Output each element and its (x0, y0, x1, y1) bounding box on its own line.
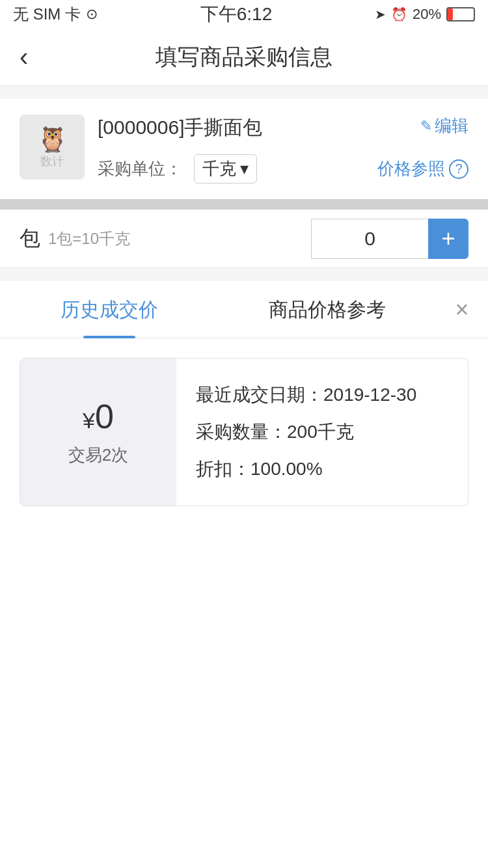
tab-content: ¥0 交易2次 最近成交日期：2019-12-30 采购数量：200千克 折扣：… (0, 338, 488, 526)
alarm-icon: ⏰ (391, 7, 407, 22)
edit-label: 编辑 (435, 115, 468, 137)
unit-conversion: 1包=10千克 (48, 228, 130, 249)
product-logo: 🦉 (37, 125, 68, 154)
tab1-label: 历史成交价 (61, 299, 158, 320)
price-details: 最近成交日期：2019-12-30 采购数量：200千克 折扣：100.00% (176, 359, 468, 506)
tab-underline (83, 336, 135, 338)
product-info: [0000006]手撕面包 ✎ 编辑 采购单位： 千克 ▾ 价格参照 ? (98, 115, 468, 183)
tab-header: 历史成交价 商品价格参考 × (0, 281, 488, 338)
tab-close-button[interactable]: × (436, 296, 488, 323)
status-bar: 无 SIM 卡 ⊙ 下午6:12 ➤ ⏰ 20% (0, 0, 488, 29)
page-title: 填写商品采购信息 (156, 42, 332, 72)
quantity-row: 包 1包=10千克 0 + (0, 210, 488, 268)
status-left: 无 SIM 卡 ⊙ (13, 4, 98, 25)
recent-date-label: 最近成交日期： (196, 385, 323, 405)
quantity-label: 包 1包=10千克 (20, 224, 130, 253)
recent-date-row: 最近成交日期：2019-12-30 (196, 382, 448, 407)
dropdown-arrow: ▾ (240, 159, 249, 179)
quantity-controls: 0 + (311, 219, 468, 259)
logo-sub: 数计 (40, 154, 64, 169)
price-value: 0 (95, 398, 114, 435)
product-unit-row: 采购单位： 千克 ▾ 价格参照 ? (98, 154, 468, 183)
product-image: 🦉 数计 (20, 115, 85, 180)
white-background (0, 526, 488, 868)
gray-divider (0, 199, 488, 210)
battery-text: 20% (413, 6, 441, 23)
tab2-label: 商品价格参考 (269, 299, 386, 320)
product-card: 🦉 数计 [0000006]手撕面包 ✎ 编辑 采购单位： 千克 ▾ 价格参照 … (0, 99, 488, 199)
purchase-qty-label: 采购数量： (196, 422, 287, 442)
back-button[interactable]: ‹ (20, 42, 28, 72)
quantity-input[interactable]: 0 (311, 219, 428, 259)
price-summary: ¥0 交易2次 (20, 359, 176, 506)
tab-price-ref[interactable]: 商品价格参考 (218, 281, 436, 338)
product-header: [0000006]手撕面包 ✎ 编辑 (98, 115, 468, 141)
battery-icon (446, 7, 475, 21)
price-ref-button[interactable]: 价格参照 ? (377, 157, 468, 180)
trade-count: 交易2次 (68, 444, 128, 467)
unit-left: 采购单位： 千克 ▾ (98, 154, 257, 183)
tab-container: 历史成交价 商品价格参考 × ¥0 交易2次 最近成交日期：2019-12-30… (0, 281, 488, 526)
discount-value: 100.00% (251, 459, 323, 479)
price-ref-label: 价格参照 (377, 157, 445, 180)
discount-row: 折扣：100.00% (196, 456, 448, 481)
status-right: ➤ ⏰ 20% (375, 6, 475, 23)
edit-button[interactable]: ✎ 编辑 (420, 115, 468, 137)
status-time: 下午6:12 (200, 2, 273, 27)
unit-select[interactable]: 千克 ▾ (194, 154, 257, 183)
price-amount: ¥0 (83, 397, 114, 436)
discount-label: 折扣： (196, 459, 251, 479)
recent-date-value: 2019-12-30 (323, 385, 416, 405)
purchase-qty-row: 采购数量：200千克 (196, 419, 448, 444)
price-card: ¥0 交易2次 最近成交日期：2019-12-30 采购数量：200千克 折扣：… (20, 358, 468, 506)
currency-symbol: ¥ (83, 408, 95, 433)
purchase-qty-value: 200千克 (287, 422, 354, 442)
carrier-text: 无 SIM 卡 (13, 4, 81, 25)
wifi-icon: ⊙ (86, 6, 98, 23)
tab-history-price[interactable]: 历史成交价 (0, 281, 218, 338)
unit-label: 采购单位： (98, 159, 182, 178)
quantity-plus-button[interactable]: + (428, 219, 468, 259)
location-icon: ➤ (375, 7, 386, 22)
question-icon: ? (449, 159, 468, 179)
unit-char: 包 (20, 224, 40, 253)
edit-icon: ✎ (420, 118, 432, 135)
nav-bar: ‹ 填写商品采购信息 (0, 29, 488, 86)
product-name: [0000006]手撕面包 (98, 115, 262, 141)
unit-value: 千克 (202, 157, 236, 180)
